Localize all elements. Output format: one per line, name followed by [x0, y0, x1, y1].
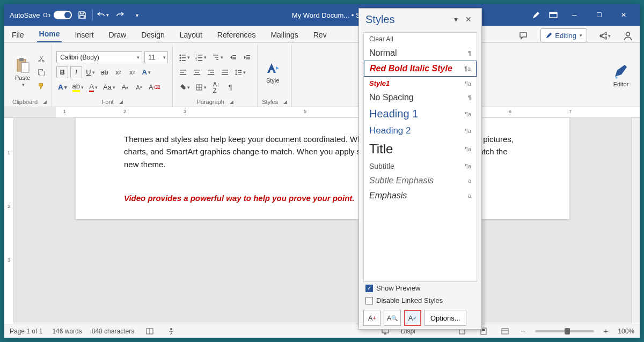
copy-button[interactable]: [35, 66, 47, 78]
pane-dropdown-icon[interactable]: ▾: [449, 13, 462, 26]
status-chars[interactable]: 840 characters: [92, 328, 134, 335]
tab-mailings[interactable]: Mailings: [268, 27, 300, 42]
styles-options-button[interactable]: Options...: [425, 310, 466, 326]
change-case-button[interactable]: Aa▾: [101, 81, 117, 93]
autosave-toggle[interactable]: [54, 11, 72, 19]
font-color-button[interactable]: A▾: [87, 81, 99, 93]
zoom-in-button[interactable]: +: [604, 327, 608, 336]
maximize-button[interactable]: ☐: [588, 6, 610, 24]
underline-button[interactable]: U▾: [84, 66, 96, 78]
show-marks-button[interactable]: ¶: [224, 81, 236, 93]
disable-linked-checkbox[interactable]: Disable Linked Styles: [359, 294, 481, 307]
account-icon[interactable]: [621, 29, 634, 42]
style-emphasis[interactable]: Emphasisa: [364, 188, 477, 203]
style-inspector-button[interactable]: A🔍: [384, 310, 401, 326]
tab-references[interactable]: References: [215, 27, 258, 42]
format-painter-button[interactable]: [35, 80, 47, 92]
align-left-button[interactable]: [177, 66, 189, 78]
increase-indent-button[interactable]: [241, 51, 253, 63]
accessibility-icon[interactable]: [165, 325, 177, 337]
tab-insert[interactable]: Insert: [72, 27, 96, 42]
style-heading-2[interactable]: Heading 2¶a: [364, 123, 477, 139]
clear-formatting-button[interactable]: A⌫: [147, 81, 162, 93]
tab-review[interactable]: Rev: [311, 27, 329, 42]
grow-font-button[interactable]: A▴: [119, 81, 131, 93]
ruler-horizontal[interactable]: L 1 2 3 5 6 7: [4, 107, 640, 118]
subscript-button[interactable]: x2: [113, 66, 125, 78]
multilevel-list-button[interactable]: ▾: [210, 51, 225, 63]
cut-button[interactable]: [35, 53, 47, 64]
align-center-button[interactable]: [191, 66, 203, 78]
paste-button[interactable]: Paste▾: [12, 47, 33, 97]
text-effects-button[interactable]: A▾: [141, 66, 152, 78]
font-name-select[interactable]: Calibri (Body)▾: [56, 51, 142, 63]
share-icon[interactable]: ▾: [598, 29, 611, 42]
sort-button[interactable]: A↓Z: [210, 81, 222, 93]
document-page[interactable]: Themes and styles also help keep your do…: [76, 118, 569, 219]
line-spacing-button[interactable]: ▾: [233, 66, 247, 78]
undo-button[interactable]: ▾: [96, 8, 110, 22]
style-no-spacing[interactable]: No Spacing¶: [364, 90, 477, 105]
style-heading-1[interactable]: Heading 1¶a: [364, 105, 477, 123]
ribbon-display-icon[interactable]: [546, 8, 560, 22]
tab-layout[interactable]: Layout: [178, 27, 204, 42]
justify-button[interactable]: [219, 66, 231, 78]
close-button[interactable]: ✕: [613, 6, 634, 24]
font-launcher[interactable]: ◢: [119, 99, 123, 105]
zoom-level[interactable]: 100%: [618, 328, 634, 335]
decrease-indent-button[interactable]: [227, 51, 239, 63]
borders-button[interactable]: ▾: [194, 81, 208, 93]
strikethrough-button[interactable]: ab: [99, 66, 111, 78]
numbering-button[interactable]: 123▾: [194, 51, 208, 63]
shading-button[interactable]: ▾: [177, 81, 192, 93]
bullets-button[interactable]: ▾: [177, 51, 192, 63]
tab-home[interactable]: Home: [37, 26, 62, 42]
styles-list[interactable]: Clear All Normal¶ Red Bold Italic Style¶…: [363, 32, 477, 282]
editing-mode-button[interactable]: Editing▾: [540, 28, 587, 42]
style-subtle-emphasis[interactable]: Subtle Emphasisa: [364, 173, 477, 188]
web-layout-icon[interactable]: [499, 325, 511, 337]
shrink-font-button[interactable]: A▾: [133, 81, 145, 93]
comments-icon[interactable]: [517, 29, 530, 42]
style-normal[interactable]: Normal¶: [364, 46, 477, 61]
zoom-out-button[interactable]: −: [521, 326, 525, 336]
ruler-vertical[interactable]: 1 2 3: [4, 118, 14, 324]
style-title[interactable]: Title¶a: [364, 139, 477, 159]
vertical-scrollbar[interactable]: [631, 118, 640, 324]
minimize-button[interactable]: ─: [564, 6, 585, 24]
text-outline-button[interactable]: A▾: [56, 81, 68, 93]
tab-file[interactable]: File: [10, 27, 26, 42]
manage-styles-button[interactable]: A✓: [404, 310, 421, 326]
save-icon[interactable]: [75, 8, 89, 22]
style-subtitle[interactable]: Subtitle¶a: [364, 159, 477, 173]
highlight-button[interactable]: ab▾: [71, 81, 85, 93]
editor-button[interactable]: Editor: [610, 47, 632, 103]
zoom-slider[interactable]: [535, 330, 594, 332]
qat-customize-icon[interactable]: ▾: [130, 8, 144, 22]
bold-button[interactable]: B: [56, 66, 68, 78]
styles-gallery-button[interactable]: Style: [262, 47, 283, 97]
font-size-select[interactable]: 11▾: [144, 51, 168, 63]
reading-view-icon[interactable]: [144, 325, 156, 337]
align-right-button[interactable]: [205, 66, 217, 78]
style-clear-all[interactable]: Clear All: [364, 33, 477, 46]
svg-rect-43: [238, 70, 241, 71]
svg-rect-33: [180, 74, 186, 75]
status-page[interactable]: Page 1 of 1: [10, 328, 42, 335]
status-words[interactable]: 146 words: [52, 328, 82, 335]
redo-button[interactable]: [113, 8, 127, 22]
new-style-button[interactable]: A+: [363, 310, 380, 326]
pane-close-button[interactable]: ✕: [462, 13, 475, 26]
superscript-button[interactable]: x2: [127, 66, 138, 78]
draw-mode-icon[interactable]: [529, 8, 543, 22]
styles-group-label: Styles: [262, 99, 278, 105]
italic-button[interactable]: I: [70, 66, 82, 78]
styles-launcher[interactable]: ◢: [283, 99, 287, 105]
clipboard-launcher[interactable]: ◢: [43, 99, 47, 105]
tab-design[interactable]: Design: [139, 27, 167, 42]
show-preview-checkbox[interactable]: ✓Show Preview: [359, 282, 481, 294]
paragraph-launcher[interactable]: ◢: [230, 99, 233, 105]
style-red-bold-italic[interactable]: Red Bold Italic Style¶a: [364, 61, 477, 77]
style-style1[interactable]: Style1¶a: [364, 77, 477, 90]
tab-draw[interactable]: Draw: [106, 27, 128, 42]
